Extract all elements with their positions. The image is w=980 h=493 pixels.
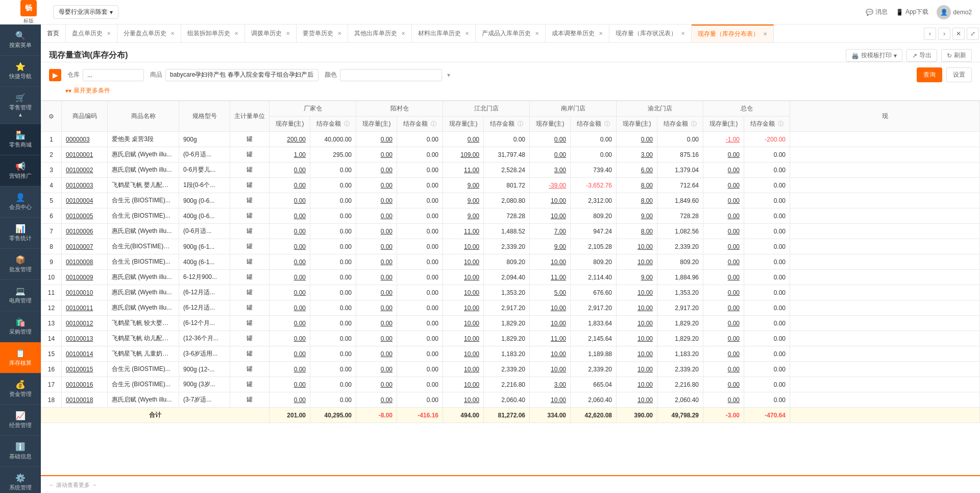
- cell-changjiacao-qty[interactable]: 0.00: [270, 239, 310, 254]
- tab-item-9[interactable]: 现存量（库存状况表）✕: [609, 25, 692, 43]
- tab-item-1[interactable]: 分量盘点单历史✕: [117, 25, 181, 43]
- tab-prev-button[interactable]: ‹: [924, 28, 936, 40]
- cell-code[interactable]: 00100011: [62, 300, 108, 316]
- cell-changjiacao-qty[interactable]: 0.00: [270, 193, 310, 208]
- cell-mucunco-qty[interactable]: 0.00: [356, 270, 397, 285]
- cell-na-qty[interactable]: 0.00: [530, 132, 571, 147]
- cell-code[interactable]: 00100004: [62, 193, 108, 208]
- cell-mucunco-qty[interactable]: 0.00: [356, 346, 397, 362]
- cell-code[interactable]: 00100010: [62, 285, 108, 300]
- th-settings[interactable]: ⚙: [41, 101, 62, 132]
- cell-na-qty[interactable]: 7.00: [530, 224, 571, 239]
- cell-jb-qty[interactable]: 10.00: [443, 331, 484, 346]
- sidebar-item-6[interactable]: 📊零售统计: [0, 218, 41, 249]
- cell-mucunco-qty[interactable]: 0.00: [356, 254, 397, 270]
- tab-close-10[interactable]: ✕: [763, 31, 767, 37]
- cell-jb-qty[interactable]: 11.00: [443, 224, 484, 239]
- cell-jb-qty[interactable]: 10.00: [443, 362, 484, 377]
- store-selector[interactable]: 母婴行业演示陈套 ▾: [53, 5, 118, 19]
- cell-total-qty[interactable]: 0.00: [703, 377, 744, 392]
- cell-mucunco-qty[interactable]: 0.00: [356, 285, 397, 300]
- cell-jb-qty[interactable]: 10.00: [443, 316, 484, 331]
- cell-total-qty[interactable]: 0.00: [703, 254, 744, 270]
- sidebar-item-11[interactable]: 💰资金管理: [0, 373, 41, 405]
- cell-changjiacao-qty[interactable]: 0.00: [270, 270, 310, 285]
- cell-mucunco-qty[interactable]: 0.00: [356, 316, 397, 331]
- cell-total-qty[interactable]: 0.00: [703, 239, 744, 254]
- tab-item-4[interactable]: 要货单历史✕: [297, 25, 348, 43]
- sidebar-item-7[interactable]: 📦批发管理: [0, 249, 41, 280]
- tab-close-1[interactable]: ✕: [170, 31, 175, 36]
- cell-jb-qty[interactable]: 10.00: [443, 346, 484, 362]
- cell-mucunco-qty[interactable]: 0.00: [356, 239, 397, 254]
- print-button[interactable]: 🖨️ 按模板打印 ▾: [846, 49, 902, 62]
- cell-yb-qty[interactable]: 9.00: [617, 208, 657, 224]
- tab-close-5[interactable]: ✕: [401, 31, 405, 36]
- cell-yb-qty[interactable]: 10.00: [617, 331, 657, 346]
- cell-changjiacao-qty[interactable]: 0.00: [270, 178, 310, 193]
- cell-mucunco-qty[interactable]: 0.00: [356, 147, 397, 162]
- tab-item-8[interactable]: 成本调整单历史✕: [546, 25, 609, 43]
- cell-mucunco-qty[interactable]: 0.00: [356, 377, 397, 392]
- cell-code[interactable]: 00100012: [62, 316, 108, 331]
- color-input[interactable]: [340, 69, 442, 81]
- tab-close-0[interactable]: ✕: [107, 31, 111, 36]
- cell-na-qty[interactable]: 5.00: [530, 285, 571, 300]
- cell-mucunco-qty[interactable]: 0.00: [356, 224, 397, 239]
- cell-code[interactable]: 00100009: [62, 270, 108, 285]
- cell-code[interactable]: 00100003: [62, 178, 108, 193]
- cell-yb-qty[interactable]: 9.00: [617, 270, 657, 285]
- cell-yb-qty[interactable]: 10.00: [617, 285, 657, 300]
- cell-yb-qty[interactable]: 10.00: [617, 346, 657, 362]
- cell-changjiacao-qty[interactable]: 0.00: [270, 208, 310, 224]
- cell-total-qty[interactable]: -1.00: [703, 132, 744, 147]
- cell-total-qty[interactable]: 0.00: [703, 300, 744, 316]
- cell-jb-qty[interactable]: 10.00: [443, 300, 484, 316]
- tab-next-button[interactable]: ›: [938, 28, 950, 40]
- tab-item-3[interactable]: 调拨单历史✕: [245, 25, 297, 43]
- cell-yb-qty[interactable]: 10.00: [617, 377, 657, 392]
- sidebar-item-13[interactable]: ℹ️基础信息: [0, 436, 41, 467]
- cell-jb-qty[interactable]: 10.00: [443, 254, 484, 270]
- cell-total-qty[interactable]: 0.00: [703, 178, 744, 193]
- cell-total-qty[interactable]: 0.00: [703, 362, 744, 377]
- cell-jb-qty[interactable]: 9.00: [443, 178, 484, 193]
- tab-item-10[interactable]: 现存量（库存分布表）✕: [692, 25, 774, 43]
- tab-close-7[interactable]: ✕: [535, 31, 539, 36]
- cell-mucunco-qty[interactable]: 0.00: [356, 392, 397, 408]
- sidebar-item-0[interactable]: 🔍搜索英单: [0, 25, 41, 56]
- cell-yb-qty[interactable]: 6.00: [617, 162, 657, 178]
- cell-code[interactable]: 00100005: [62, 208, 108, 224]
- cell-code[interactable]: 0000003: [62, 132, 108, 147]
- tab-close-9[interactable]: ✕: [681, 31, 685, 36]
- cell-na-qty[interactable]: 10.00: [530, 316, 571, 331]
- cell-yb-qty[interactable]: 10.00: [617, 362, 657, 377]
- cell-total-qty[interactable]: 0.00: [703, 208, 744, 224]
- cell-mucunco-qty[interactable]: 0.00: [356, 362, 397, 377]
- cell-changjiacao-qty[interactable]: 0.00: [270, 316, 310, 331]
- tab-item-0[interactable]: 盘点单历史✕: [66, 25, 117, 43]
- cell-code[interactable]: 00100001: [62, 147, 108, 162]
- tab-close-3[interactable]: ✕: [286, 31, 290, 36]
- cell-yb-qty[interactable]: 10.00: [617, 316, 657, 331]
- cell-mucunco-qty[interactable]: 0.00: [356, 132, 397, 147]
- cell-yb-qty[interactable]: 10.00: [617, 239, 657, 254]
- cell-total-qty[interactable]: 0.00: [703, 331, 744, 346]
- sidebar-item-4[interactable]: 📢营销推广: [0, 155, 41, 186]
- tab-fullscreen-button[interactable]: ⤢: [967, 28, 979, 40]
- cell-jb-qty[interactable]: 10.00: [443, 377, 484, 392]
- cell-total-qty[interactable]: 0.00: [703, 392, 744, 408]
- sidebar-item-14[interactable]: ⚙️系统管理: [0, 467, 41, 493]
- cell-na-qty[interactable]: 3.00: [530, 377, 571, 392]
- cell-yb-qty[interactable]: 3.00: [617, 147, 657, 162]
- cell-code[interactable]: 00100002: [62, 162, 108, 178]
- cell-na-qty[interactable]: 11.00: [530, 331, 571, 346]
- expand-conditions-button[interactable]: ▾▾ 展开更多条件: [65, 86, 972, 95]
- cell-na-qty[interactable]: -39.00: [530, 178, 571, 193]
- cell-jb-qty[interactable]: 10.00: [443, 392, 484, 408]
- cell-mucunco-qty[interactable]: 0.00: [356, 178, 397, 193]
- cell-code[interactable]: 00100016: [62, 377, 108, 392]
- cell-code[interactable]: 00100013: [62, 331, 108, 346]
- cell-jb-qty[interactable]: 9.00: [443, 208, 484, 224]
- collapse-button[interactable]: ▶: [49, 69, 61, 81]
